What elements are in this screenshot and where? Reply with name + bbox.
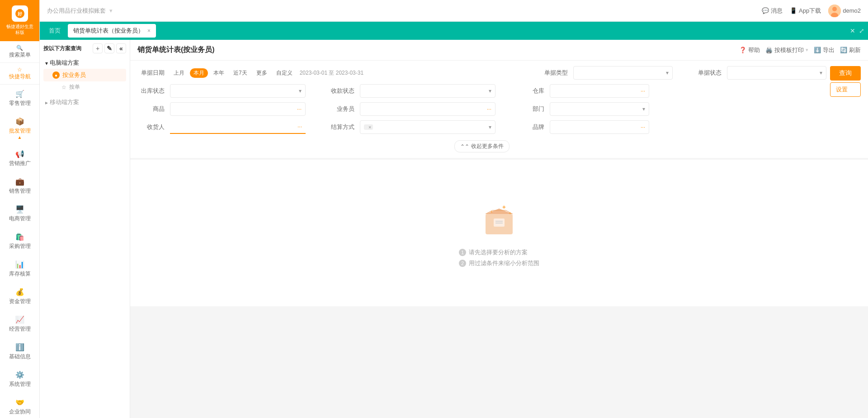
refresh-btn[interactable]: 🔄 刷新 <box>840 46 861 54</box>
brand-input[interactable]: ··· <box>550 120 649 134</box>
message-icon: 💬 <box>762 7 769 14</box>
left-panel-title: 按以下方案查询 <box>43 45 81 52</box>
filter-area: 单据日期 上月 本月 本年 近7天 更多 自定义 2023-03-01 至 20… <box>130 61 868 158</box>
tree-mobile-header[interactable]: 移动端方案 <box>43 96 126 108</box>
staff-more-btn[interactable]: ··· <box>487 106 491 112</box>
sidebar-item-wholesale[interactable]: 📦 批发管理 ▲ <box>0 112 39 145</box>
content-area: 按以下方案查询 + ✎ « 电脑端方案 ● <box>40 40 868 418</box>
sub-item-icon: ☆ <box>61 84 66 90</box>
out-select[interactable]: ▾ <box>170 84 306 98</box>
type-select[interactable]: ▾ <box>573 66 673 80</box>
wholesale-label: 批发管理 <box>9 127 31 135</box>
date-label: 单据日期 <box>137 69 165 77</box>
tip-num-1: 1 <box>459 249 466 256</box>
message-btn[interactable]: 💬 消息 <box>762 7 783 15</box>
export-label: 导出 <box>823 46 835 54</box>
tab-active[interactable]: 销货单统计表（按业务员） × <box>68 24 156 38</box>
app-download-btn[interactable]: 📱 App下载 <box>790 7 821 15</box>
settings-btn[interactable]: 设置 <box>830 82 861 97</box>
help-btn[interactable]: ❓ 帮助 <box>739 46 760 54</box>
sidebar-item-finance[interactable]: 💰 资金管理 <box>0 283 39 310</box>
tree-sub-item-by-order[interactable]: ☆ 按单 <box>43 81 126 93</box>
sidebar-item-marketing[interactable]: 📢 营销推广 <box>0 145 39 172</box>
left-panel: 按以下方案查询 + ✎ « 电脑端方案 ● <box>40 40 130 418</box>
sidebar-item-retail[interactable]: 🛒 零售管理 <box>0 85 39 112</box>
tip-text-1: 请先选择要分析的方案 <box>469 248 528 256</box>
app-logo[interactable]: 好 畅捷通好生意 标版 <box>0 0 40 41</box>
tab-expand-btn[interactable]: ✕ <box>850 27 855 34</box>
search-icon: 🔍 <box>16 45 23 51</box>
staff-label: 业务员 <box>327 105 354 113</box>
date-cur-btn[interactable]: 本月 <box>190 68 208 78</box>
collapse-chevron-icon: ⌃⌃ <box>460 143 469 150</box>
tree-mobile-expand-icon <box>45 99 48 106</box>
operation-label: 经营管理 <box>9 325 31 333</box>
payment-tag-close[interactable]: × <box>368 124 371 130</box>
svg-text:✦: ✦ <box>490 210 493 214</box>
date-year-btn[interactable]: 本年 <box>210 68 228 78</box>
date-filter: 上月 本月 本年 近7天 更多 自定义 2023-03-01 至 2023-03… <box>170 68 363 78</box>
brand-more-btn[interactable]: ··· <box>641 124 645 130</box>
filter-content: 单据日期 上月 本月 本年 近7天 更多 自定义 2023-03-01 至 20… <box>137 66 826 152</box>
sidebar-item-inventory[interactable]: 📊 库存核算 <box>0 255 39 283</box>
goods-input[interactable]: ··· <box>170 102 306 116</box>
pay-select[interactable]: ▾ <box>360 84 495 98</box>
search-menu-item[interactable]: 🔍 搜索菜单 <box>0 41 39 63</box>
help-icon: ❓ <box>739 47 746 53</box>
user-name: demo2 <box>843 7 861 14</box>
tree-mobile-label: 移动端方案 <box>50 98 79 106</box>
finance-label: 资金管理 <box>9 298 31 305</box>
date-prev-btn[interactable]: 上月 <box>170 68 188 78</box>
date-7days-btn[interactable]: 近7天 <box>230 68 251 78</box>
dept-select[interactable]: ▾ <box>550 102 649 116</box>
receiver-input[interactable]: ··· <box>170 120 306 134</box>
collapse-more-btn[interactable]: ⌃⌃ 收起更多条件 <box>454 140 509 152</box>
print-btn[interactable]: 🖨️ 按模板打印 ▾ <box>765 46 808 54</box>
empty-tips: 1 请先选择要分析的方案 2 用过滤条件来缩小分析范围 <box>459 248 539 270</box>
sidebar-item-sales[interactable]: 💼 销售管理 <box>0 172 39 200</box>
brand-label: 品牌 <box>517 123 544 131</box>
collapse-panel-btn[interactable]: « <box>116 43 126 53</box>
sidebar-item-purchase[interactable]: 🛍️ 采购管理 <box>0 228 39 255</box>
edit-scheme-btn[interactable]: ✎ <box>104 43 114 53</box>
sidebar-item-enterprise[interactable]: 🤝 企业协同 <box>0 393 39 418</box>
empty-state: ✦ ✦ ✦ 1 请先选择要分析的方案 2 <box>130 160 868 306</box>
sidebar-item-system[interactable]: ⚙️ 系统管理 <box>0 366 39 393</box>
tree-item-staff-label: 按业务员 <box>62 71 86 79</box>
tab-maximize-btn[interactable]: ⤢ <box>859 27 864 34</box>
tab-close-btn[interactable]: × <box>147 28 151 34</box>
warehouse-more-btn[interactable]: ··· <box>641 88 645 94</box>
status-select[interactable]: ▾ <box>727 66 826 80</box>
type-label: 单据类型 <box>541 69 568 77</box>
search-label: 搜索菜单 <box>9 51 31 59</box>
left-panel-actions: + ✎ « <box>93 43 126 53</box>
staff-input[interactable]: ··· <box>360 102 495 116</box>
inventory-icon: 📊 <box>15 260 24 269</box>
tip-num-2: 2 <box>459 260 466 267</box>
out-dropdown-icon: ▾ <box>299 88 302 94</box>
tab-home-label: 首页 <box>49 27 61 35</box>
warehouse-input[interactable]: ··· <box>550 84 649 98</box>
tab-home[interactable]: 首页 <box>43 24 66 38</box>
add-scheme-btn[interactable]: + <box>93 43 103 53</box>
sidebar-item-operation[interactable]: 📈 经营管理 <box>0 310 39 338</box>
query-btn[interactable]: 查询 <box>830 66 861 81</box>
filter-row-1: 单据日期 上月 本月 本年 近7天 更多 自定义 2023-03-01 至 20… <box>137 66 826 80</box>
user-profile[interactable]: demo2 <box>828 5 861 17</box>
payment-select[interactable]: × ▾ <box>360 120 495 134</box>
date-more-btn[interactable]: 更多 <box>253 68 271 78</box>
help-label: 帮助 <box>748 46 760 54</box>
receiver-more-btn[interactable]: ··· <box>297 124 302 130</box>
sidebar-item-ecom[interactable]: 🖥️ 电商管理 <box>0 200 39 228</box>
quick-nav-item[interactable]: ☆ 快捷导航 <box>0 63 39 85</box>
date-custom-btn[interactable]: 自定义 <box>273 68 296 78</box>
sidebar-item-basic[interactable]: ℹ️ 基础信息 <box>0 338 39 366</box>
tree-item-by-staff[interactable]: ● 按业务员 <box>43 69 126 81</box>
svg-point-3 <box>832 7 837 11</box>
print-label: 按模板打印 <box>774 46 804 54</box>
tab-active-label: 销货单统计表（按业务员） <box>73 27 144 35</box>
export-btn[interactable]: ⬇️ 导出 <box>814 46 835 54</box>
logo-subtitle: 标版 <box>15 29 24 36</box>
tree-desktop-header[interactable]: 电脑端方案 <box>43 57 126 69</box>
goods-more-btn[interactable]: ··· <box>297 106 302 112</box>
